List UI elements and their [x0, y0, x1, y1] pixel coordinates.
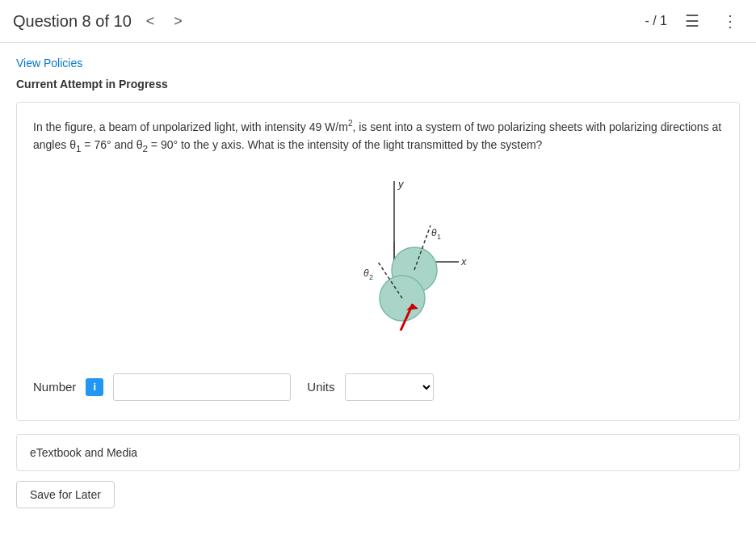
score-label: - / 1: [645, 14, 667, 28]
units-select[interactable]: [345, 373, 434, 401]
number-input[interactable]: [113, 373, 291, 401]
header: Question 8 of 10 < > - / 1 ☰ ⋮: [0, 0, 756, 43]
units-label: Units: [307, 380, 334, 394]
etextbook-section[interactable]: eTextbook and Media: [16, 434, 740, 471]
svg-text:y: y: [397, 178, 405, 190]
prev-button[interactable]: <: [141, 11, 160, 32]
question-card: In the figure, a beam of unpolarized lig…: [16, 102, 740, 421]
save-for-later-button[interactable]: Save for Later: [16, 481, 115, 508]
header-right: - / 1 ☰ ⋮: [645, 10, 743, 32]
svg-text:θ: θ: [431, 227, 437, 238]
etextbook-label: eTextbook and Media: [30, 446, 137, 459]
svg-text:2: 2: [369, 273, 373, 281]
header-left: Question 8 of 10 < >: [13, 11, 187, 32]
list-icon-button[interactable]: ☰: [680, 10, 704, 32]
svg-text:θ: θ: [363, 268, 369, 279]
polarizing-figure: y x θ 1 θ: [289, 173, 467, 351]
svg-text:1: 1: [437, 233, 441, 241]
more-icon-button[interactable]: ⋮: [717, 10, 743, 32]
svg-text:x: x: [460, 255, 467, 268]
next-button[interactable]: >: [169, 11, 187, 32]
info-button[interactable]: i: [86, 378, 103, 396]
number-label: Number: [33, 380, 76, 394]
view-policies-link[interactable]: View Policies: [16, 57, 82, 70]
content-area: View Policies Current Attempt in Progres…: [0, 43, 756, 521]
question-label: Question 8 of 10: [13, 12, 132, 31]
current-attempt-label: Current Attempt in Progress: [16, 78, 740, 91]
answer-row: Number i Units: [33, 373, 723, 401]
figure-container: y x θ 1 θ: [33, 173, 723, 351]
question-text: In the figure, a beam of unpolarized lig…: [33, 117, 723, 157]
